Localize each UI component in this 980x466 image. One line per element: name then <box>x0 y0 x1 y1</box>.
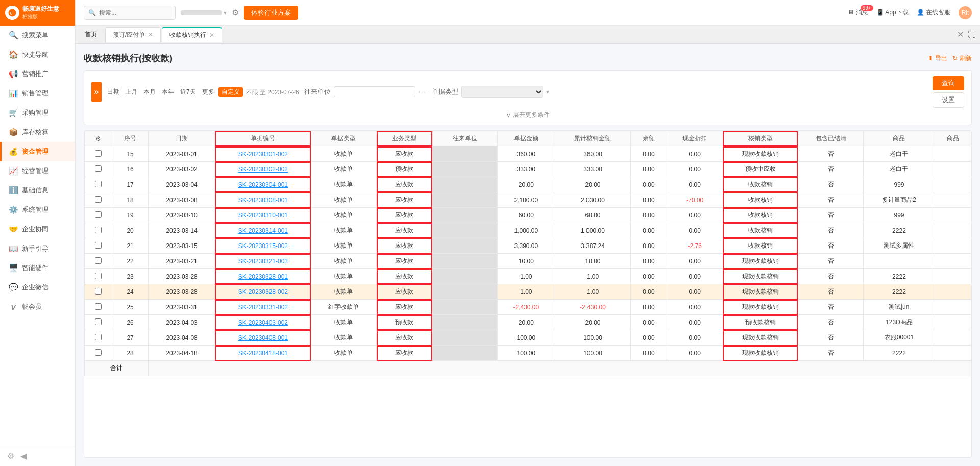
cell-checkbox[interactable] <box>85 269 112 284</box>
filter-receipt-type-select[interactable] <box>461 86 543 98</box>
cell-billno[interactable]: SK-20230331-002 <box>215 300 311 315</box>
bill-no-link[interactable]: SK-20230331-002 <box>238 304 288 311</box>
cell-billno[interactable]: SK-20230315-002 <box>215 238 311 254</box>
sidebar-item-sales[interactable]: 📊 销售管理 <box>0 84 75 103</box>
bill-no-link[interactable]: SK-20230328-001 <box>238 273 288 280</box>
cell-billno[interactable]: SK-20230321-003 <box>215 254 311 269</box>
total-label: 合计 <box>85 361 149 376</box>
bill-no-link[interactable]: SK-20230321-003 <box>238 258 288 265</box>
cell-billno[interactable]: SK-20230403-002 <box>215 315 311 330</box>
cell-billno[interactable]: SK-20230328-001 <box>215 269 311 284</box>
topbar-gear-icon[interactable]: ⚙ <box>232 8 239 17</box>
cell-checkbox[interactable] <box>85 177 112 192</box>
topbar-dropdown[interactable]: ▾ <box>181 9 227 16</box>
bill-no-link[interactable]: SK-20230301-002 <box>238 151 288 158</box>
tab-close-action-icon[interactable]: ✕ <box>957 30 964 39</box>
sidebar-item-hardware[interactable]: 🖥️ 智能硬件 <box>0 258 75 278</box>
cell-product1: 999 <box>864 208 935 223</box>
cell-checkbox[interactable] <box>85 162 112 177</box>
bill-no-link[interactable]: SK-20230310-001 <box>238 212 288 219</box>
cell-billno[interactable]: SK-20230304-001 <box>215 177 311 192</box>
filter-shortcut-more[interactable]: 更多 <box>200 87 216 97</box>
cell-product1: 测试多属性 <box>864 238 935 254</box>
sidebar-item-corp[interactable]: 🤝 企业协同 <box>0 219 75 239</box>
filter-partner-input[interactable] <box>334 86 415 97</box>
cell-billno[interactable]: SK-20230301-002 <box>215 146 311 162</box>
solution-button[interactable]: 体验行业方案 <box>244 6 298 20</box>
cell-checkbox[interactable] <box>85 315 112 330</box>
bill-no-link[interactable]: SK-20230315-002 <box>238 242 288 250</box>
export-button[interactable]: ⬆ 导出 <box>928 54 947 63</box>
tab-collection[interactable]: 收款核销执行 ✕ <box>162 27 222 42</box>
filter-shortcut-lastmonth[interactable]: 上月 <box>123 87 139 97</box>
bill-no-link[interactable]: SK-20230314-001 <box>238 227 288 234</box>
bill-no-link[interactable]: SK-20230302-002 <box>238 166 288 173</box>
cell-billno[interactable]: SK-20230408-001 <box>215 330 311 346</box>
sidebar-logo-text: 畅康道好生意 <box>22 5 59 13</box>
refresh-button[interactable]: ↻ 刷新 <box>952 54 972 63</box>
topbar-search-box[interactable]: 🔍 <box>84 6 176 20</box>
filter-bar: » 日期 上月 本月 本年 近7天 更多 自定义 不限 至 2023-07-26 <box>84 70 972 125</box>
bill-no-link[interactable]: SK-20230304-001 <box>238 181 288 188</box>
cell-billno[interactable]: SK-20230314-001 <box>215 223 311 238</box>
cell-cumulative: -2,430.00 <box>555 300 630 315</box>
cell-billno[interactable]: SK-20230310-001 <box>215 208 311 223</box>
tab-collection-close-icon[interactable]: ✕ <box>209 32 214 39</box>
bill-no-link[interactable]: SK-20230418-001 <box>238 350 288 357</box>
tab-expand-icon[interactable]: ⛶ <box>968 30 976 39</box>
sidebar-item-search[interactable]: 🔍 搜索菜单 <box>0 26 75 45</box>
col-writeofftype-header: 核销类型 <box>723 131 798 146</box>
cell-checkbox[interactable] <box>85 223 112 238</box>
cell-checkbox[interactable] <box>85 192 112 208</box>
cell-checkbox[interactable] <box>85 346 112 361</box>
bill-no-link[interactable]: SK-20230408-001 <box>238 334 288 341</box>
cell-billno[interactable]: SK-20230308-001 <box>215 192 311 208</box>
cell-checkbox[interactable] <box>85 208 112 223</box>
sidebar-item-inventory[interactable]: 📦 库存核算 <box>0 122 75 142</box>
cell-checkbox[interactable] <box>85 254 112 269</box>
filter-custom-btn[interactable]: 自定义 <box>218 87 243 97</box>
filter-shortcut-thismonth[interactable]: 本月 <box>141 87 158 97</box>
sidebar-item-marketing[interactable]: 📢 营销推广 <box>0 64 75 84</box>
cell-billtype: 收款单 <box>311 254 376 269</box>
topbar-search-input[interactable] <box>99 9 160 16</box>
cell-checkbox[interactable] <box>85 146 112 162</box>
tab-prepay-close-icon[interactable]: ✕ <box>148 31 153 38</box>
cell-billno[interactable]: SK-20230302-002 <box>215 162 311 177</box>
sidebar-item-member[interactable]: V 畅会员 <box>0 297 75 316</box>
query-button[interactable]: 查询 <box>933 76 964 90</box>
bill-no-link[interactable]: SK-20230328-002 <box>238 288 288 296</box>
sidebar-item-system[interactable]: ⚙️ 系统管理 <box>0 200 75 219</box>
bill-no-link[interactable]: SK-20230308-001 <box>238 197 288 204</box>
bill-no-link[interactable]: SK-20230403-002 <box>238 319 288 326</box>
col-settings-header[interactable]: ⚙ <box>85 131 112 146</box>
filter-expand-btn[interactable]: ∨ 展开更多条件 <box>91 111 964 119</box>
settings-bottom-icon[interactable]: ⚙ <box>7 451 14 461</box>
tab-prepay[interactable]: 预订/应付单 ✕ <box>105 27 161 42</box>
message-button[interactable]: 🖥 消息 99+ <box>848 8 868 17</box>
sidebar-item-weixin[interactable]: 💬 企业微信 <box>0 278 75 297</box>
cell-checkbox[interactable] <box>85 330 112 346</box>
collapse-icon[interactable]: ◀ <box>20 451 27 461</box>
sidebar-item-quicknav[interactable]: 🏠 快捷导航 <box>0 45 75 64</box>
cell-billno[interactable]: SK-20230418-001 <box>215 346 311 361</box>
filter-shortcut-7days[interactable]: 近7天 <box>178 87 198 97</box>
filter-shortcut-thisyear[interactable]: 本年 <box>160 87 176 97</box>
sidebar-item-guide[interactable]: 📖 新手引导 <box>0 239 75 258</box>
sidebar-item-basic[interactable]: ℹ️ 基础信息 <box>0 181 75 200</box>
sidebar-item-finance[interactable]: 💰 资金管理 <box>0 142 75 161</box>
online-service-button[interactable]: 👤 在线客服 <box>917 8 950 17</box>
cell-billno[interactable]: SK-20230328-002 <box>215 284 311 300</box>
cell-date: 2023-03-02 <box>149 162 215 177</box>
app-download-button[interactable]: 📱 App下载 <box>876 8 909 17</box>
hardware-icon: 🖥️ <box>9 263 18 273</box>
cell-checkbox[interactable] <box>85 300 112 315</box>
settings-button[interactable]: 设置 <box>933 92 964 108</box>
sidebar-item-operation[interactable]: 📈 经营管理 <box>0 161 75 181</box>
filter-toggle-icon[interactable]: » <box>91 82 102 102</box>
user-avatar[interactable]: Rit <box>959 6 972 19</box>
sidebar-item-purchase[interactable]: 🛒 采购管理 <box>0 103 75 122</box>
tab-home[interactable]: 首页 <box>78 27 104 42</box>
cell-checkbox[interactable] <box>85 238 112 254</box>
cell-checkbox[interactable] <box>85 284 112 300</box>
